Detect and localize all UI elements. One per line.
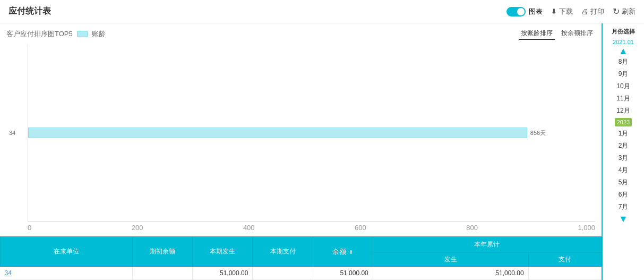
yue-sort-icon: ⬆ xyxy=(349,249,353,255)
x-label-1000: 1,000 xyxy=(578,224,595,232)
download-icon xyxy=(551,7,557,15)
sidebar-down-button[interactable]: ▼ xyxy=(619,214,628,224)
cell-fa: 51,000.00 xyxy=(373,267,528,280)
page-title: 应付统计表 xyxy=(8,6,51,17)
chart-toggle-wrap: 图表 xyxy=(506,7,543,16)
tab-balance[interactable]: 按余额排序 xyxy=(559,28,595,40)
col-benqizhi-header: 本期支付 xyxy=(253,237,313,267)
cell-benqifa: 51,000.00 xyxy=(193,267,253,280)
sidebar-date: 2021.01 xyxy=(612,38,635,46)
chart-canvas: 34 856天 0 200 400 600 xyxy=(6,44,595,232)
right-sidebar: 月份选择 2021.01 ▲ 8月 9月 10月 11月 12月 2023 1月… xyxy=(602,23,644,280)
bar-value-label: 856天 xyxy=(530,129,546,137)
sidebar-month-6[interactable]: 6月 xyxy=(603,189,644,201)
sidebar-month-4[interactable]: 4月 xyxy=(603,164,644,176)
cell-laiwai[interactable]: 34 xyxy=(1,267,133,280)
sidebar-months: 8月 9月 10月 11月 12月 2023 1月 2月 3月 4月 5月 6月… xyxy=(603,56,644,213)
col-fa-header: 发生 xyxy=(373,253,528,267)
toggle-label: 图表 xyxy=(529,7,543,16)
x-axis-line xyxy=(28,221,595,222)
chart-title: 客户应付排序图TOP5 xyxy=(6,29,73,39)
x-label-200: 200 xyxy=(132,224,143,232)
header-actions: 图表 下载 打印 刷新 xyxy=(506,6,636,16)
print-icon xyxy=(581,7,588,15)
sidebar-header: 月份选择 xyxy=(611,26,636,38)
bar-row: 856天 xyxy=(28,128,595,138)
chart-header: 客户应付排序图TOP5 账龄 按账龄排序 按余额排序 xyxy=(6,28,595,40)
sidebar-month-5[interactable]: 5月 xyxy=(603,176,644,189)
col-benqifa-header: 本期发生 xyxy=(193,237,253,267)
legend-label: 账龄 xyxy=(92,29,106,39)
sidebar-month-8[interactable]: 8月 xyxy=(603,56,644,68)
sidebar-month-12[interactable]: 12月 xyxy=(603,105,644,117)
col-laiwai-header: 在来单位 xyxy=(1,237,133,267)
x-axis-labels: 0 200 400 600 800 1,000 xyxy=(28,222,595,232)
tab-amount[interactable]: 按账龄排序 xyxy=(519,28,555,40)
cell-yue: 51,000.00 xyxy=(313,267,373,280)
sidebar-month-9[interactable]: 9月 xyxy=(603,68,644,80)
sidebar-month-11[interactable]: 11月 xyxy=(603,92,644,105)
chart-toggle[interactable] xyxy=(506,7,526,16)
sidebar-month-7[interactable]: 7月 xyxy=(603,201,644,213)
data-table: 在来单位 期初余额 本期发生 本期支付 余额 ⬆ 本年累计 发生 xyxy=(0,236,602,280)
print-button[interactable]: 打印 xyxy=(581,7,604,16)
sidebar-month-10[interactable]: 10月 xyxy=(603,80,644,92)
bar xyxy=(28,128,527,138)
sidebar-year-badge: 2023 xyxy=(615,118,632,126)
left-panel: 客户应付排序图TOP5 账龄 按账龄排序 按余额排序 34 xyxy=(0,23,602,280)
download-button[interactable]: 下载 xyxy=(551,7,573,16)
chart-tabs: 按账龄排序 按余额排序 xyxy=(519,28,595,40)
x-label-600: 600 xyxy=(355,224,366,232)
x-label-400: 400 xyxy=(243,224,255,232)
col-yue-header: 余额 ⬆ xyxy=(313,237,373,267)
refresh-button[interactable]: 刷新 xyxy=(613,6,636,16)
sidebar-up-button[interactable]: ▲ xyxy=(619,46,628,56)
chart-body: 34 856天 xyxy=(28,44,595,222)
x-label-800: 800 xyxy=(466,224,478,232)
cell-zhi xyxy=(528,267,601,280)
legend-box-zhanglin xyxy=(77,31,88,37)
cell-qichu xyxy=(133,267,193,280)
sidebar-month-1[interactable]: 1月 xyxy=(603,128,644,140)
table-area: 在来单位 期初余额 本期发生 本期支付 余额 ⬆ 本年累计 发生 xyxy=(0,236,602,280)
sidebar-month-2[interactable]: 2月 xyxy=(603,140,644,152)
sidebar-month-3[interactable]: 3月 xyxy=(603,152,644,164)
col-group-header: 本年累计 xyxy=(373,237,601,253)
main-content: 客户应付排序图TOP5 账龄 按账龄排序 按余额排序 34 xyxy=(0,23,644,280)
chart-legend: 客户应付排序图TOP5 账龄 xyxy=(6,29,106,39)
x-label-0: 0 xyxy=(28,224,31,232)
chart-area: 客户应付排序图TOP5 账龄 按账龄排序 按余额排序 34 xyxy=(0,23,602,236)
bar-y-label: 34 xyxy=(9,130,15,136)
refresh-icon xyxy=(613,6,620,16)
page-header: 应付统计表 图表 下载 打印 刷新 xyxy=(0,0,644,23)
cell-benqizhi xyxy=(253,267,313,280)
col-zhi-header: 支付 xyxy=(528,253,601,267)
table-row: 34 51,000.00 51,000.00 51,000.00 xyxy=(1,267,602,280)
col-qichu-header: 期初余额 xyxy=(133,237,193,267)
